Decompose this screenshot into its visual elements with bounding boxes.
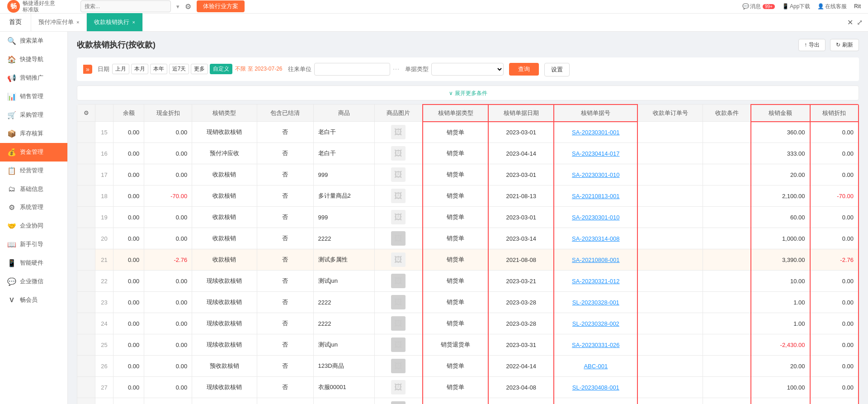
refresh-button[interactable]: ↻ 刷新 xyxy=(830,39,859,51)
cancel-amount-cell: 60.00 xyxy=(751,207,810,228)
cancel-date-cell: 2023-03-28 xyxy=(488,292,554,313)
online-service-link[interactable]: 👤 在线客服 xyxy=(817,3,847,10)
top-search-input[interactable] xyxy=(80,0,171,12)
app-download-link[interactable]: 📱 App下载 xyxy=(782,3,810,10)
tab-collection-close[interactable]: × xyxy=(132,19,135,25)
cancel-number-cell[interactable]: SA-20230301-010 xyxy=(554,164,637,185)
cancel-number-cell[interactable]: SL-20230328-002 xyxy=(554,313,637,334)
sidebar-item-search[interactable]: 🔍 搜索菜单 xyxy=(0,32,67,50)
balance-cell: 0.00 xyxy=(113,398,144,404)
cancel-voucher-type-cell: 销货单 xyxy=(423,356,488,377)
settings-button[interactable]: 设置 xyxy=(544,63,570,76)
table-header-row: ⚙ 余额 现金折扣 核销类型 包含已结清 商品 商品图片 核销单据类型 核销单据… xyxy=(77,105,859,122)
sidebar-item-system[interactable]: ⚙ 系统管理 xyxy=(0,198,67,217)
sidebar-item-sales[interactable]: 📊 销售管理 xyxy=(0,87,67,106)
tab-prepay-close[interactable]: × xyxy=(76,19,79,25)
cancel-amount-cell: 100.00 xyxy=(751,398,810,404)
sidebar-item-inventory[interactable]: 📦 库存核算 xyxy=(0,124,67,143)
sales-icon: 📊 xyxy=(7,92,16,101)
balance-cell: 0.00 xyxy=(113,334,144,356)
sidebar-item-smart-hardware[interactable]: 📱 智能硬件 xyxy=(0,254,67,272)
sidebar-label-smart-hardware: 智能硬件 xyxy=(20,259,43,267)
cancel-number-cell[interactable]: SA-20230314-008 xyxy=(554,228,637,249)
export-button[interactable]: ↑ 导出 xyxy=(798,39,826,51)
date-filter-label: 日期 xyxy=(98,65,109,73)
cancel-number-link[interactable]: SA-20230314-008 xyxy=(572,235,620,242)
close-window-icon[interactable]: ✕ xyxy=(847,18,853,27)
sidebar-item-enterprise[interactable]: 🤝 企业协同 xyxy=(0,217,67,235)
sidebar-item-base-info[interactable]: 🗂 基础信息 xyxy=(0,180,67,198)
filter-expand-button[interactable]: » xyxy=(83,65,92,74)
sidebar-label-finance: 资金管理 xyxy=(20,148,43,156)
expand-window-icon[interactable]: ⤢ xyxy=(857,18,863,27)
sidebar-item-vip[interactable]: V 畅会员 xyxy=(0,291,67,309)
th-settings[interactable]: ⚙ xyxy=(77,105,95,122)
goods-cell: 2222 xyxy=(313,228,374,249)
receipt-order-cell xyxy=(637,334,703,356)
cancel-number-cell[interactable]: SL-20230328-001 xyxy=(554,292,637,313)
cancel-discount-cell: 0.00 xyxy=(810,143,859,164)
top-right-area: 💬 消息 99+ 📱 App下载 👤 在线客服 Rit xyxy=(742,3,861,10)
cancel-number-link[interactable]: SA-20230301-010 xyxy=(572,171,620,178)
receipt-condition-cell xyxy=(703,398,751,404)
sidebar-item-purchase[interactable]: 🛒 采购管理 xyxy=(0,106,67,124)
cancel-discount-cell: 0.00 xyxy=(810,207,859,228)
cancel-number-cell[interactable]: ABC-001 xyxy=(554,356,637,377)
tab-collection[interactable]: 收款核销执行 × xyxy=(87,13,142,31)
inventory-icon: 📦 xyxy=(7,129,16,138)
row-num-cell: 22 xyxy=(95,271,113,292)
filter-dots-1[interactable]: ··· xyxy=(393,64,400,74)
home-icon: 🏠 xyxy=(7,55,16,64)
message-icon: 💬 xyxy=(742,3,749,10)
th-balance: 余额 xyxy=(113,105,144,122)
cancel-number-cell[interactable]: SA-20230301-001 xyxy=(554,122,637,143)
row-settings-cell xyxy=(77,377,95,398)
cancel-number-link[interactable]: SA-20230414-017 xyxy=(572,150,620,157)
sidebar-item-quick-nav[interactable]: 🏠 快捷导航 xyxy=(0,50,67,69)
settings-top-icon[interactable]: ⚙ xyxy=(185,2,191,11)
voucher-type-filter-group: 单据类型 xyxy=(405,63,504,76)
receipt-order-cell xyxy=(637,292,703,313)
cancel-number-cell[interactable]: SA-20230321-012 xyxy=(554,271,637,292)
cancel-number-link[interactable]: SA-20210813-001 xyxy=(572,193,620,200)
industry-btn[interactable]: 体验行业方案 xyxy=(197,0,245,12)
cancel-number-link[interactable]: SA-20210808-001 xyxy=(572,257,620,263)
date-btn-7-days[interactable]: 近7天 xyxy=(169,64,189,74)
cancel-number-link[interactable]: SA-20230321-012 xyxy=(572,278,620,285)
chevron-icon[interactable]: ▾ xyxy=(176,3,179,10)
date-btn-custom[interactable]: 自定义 xyxy=(210,64,232,74)
cancel-number-cell[interactable]: SL-20230408-001 xyxy=(554,377,637,398)
cash-discount-cell: 0.00 xyxy=(144,207,192,228)
messages-area[interactable]: 💬 消息 99+ xyxy=(742,3,775,10)
voucher-type-select[interactable] xyxy=(431,63,504,76)
cancel-number-link[interactable]: SL-20230328-002 xyxy=(572,320,619,327)
cancel-number-link[interactable]: SA-20230301-010 xyxy=(572,214,620,221)
cash-discount-cell: 0.00 xyxy=(144,143,192,164)
cancel-number-link[interactable]: SA-20230301-001 xyxy=(572,129,620,136)
tab-home[interactable]: 首页 xyxy=(0,13,31,31)
cancel-number-cell[interactable]: SA-20210808-001 xyxy=(554,249,637,271)
expand-more-conditions[interactable]: ∨ 展开更多条件 xyxy=(449,90,487,97)
tab-prepay[interactable]: 预付冲应付单 × xyxy=(31,13,87,31)
query-button[interactable]: 查询 xyxy=(509,63,539,76)
table-row: 19 0.00 0.00 收款核销 否 999 🖼 销货单 2023-03-01… xyxy=(77,207,859,228)
sidebar-item-operations[interactable]: 📋 经营管理 xyxy=(0,162,67,180)
sidebar-item-guide[interactable]: 📖 新手引导 xyxy=(0,235,67,254)
cancel-number-link[interactable]: ABC-001 xyxy=(584,363,608,370)
cancel-number-link[interactable]: SL-20230328-001 xyxy=(572,299,619,306)
date-btn-this-month[interactable]: 本月 xyxy=(131,64,148,74)
cancel-number-cell[interactable]: SL-20230418-001 xyxy=(554,398,637,404)
date-btn-this-year[interactable]: 本年 xyxy=(150,64,167,74)
sidebar-item-finance[interactable]: 💰 资金管理 xyxy=(0,143,67,162)
partner-filter-input[interactable] xyxy=(314,63,390,76)
sidebar-item-wechat[interactable]: 💬 企业微信 xyxy=(0,272,67,291)
cancel-number-cell[interactable]: SA-20230301-010 xyxy=(554,207,637,228)
cancel-number-link[interactable]: SA-20230331-026 xyxy=(572,342,620,348)
cancel-number-cell[interactable]: SA-20210813-001 xyxy=(554,185,637,207)
date-btn-more[interactable]: 更多 xyxy=(191,64,208,74)
sidebar-item-marketing[interactable]: 📢 营销推广 xyxy=(0,69,67,87)
date-btn-last-month[interactable]: 上月 xyxy=(112,64,129,74)
cancel-number-link[interactable]: SL-20230408-001 xyxy=(572,384,619,391)
cancel-number-cell[interactable]: SA-20230331-026 xyxy=(554,334,637,356)
cancel-number-cell[interactable]: SA-20230414-017 xyxy=(554,143,637,164)
